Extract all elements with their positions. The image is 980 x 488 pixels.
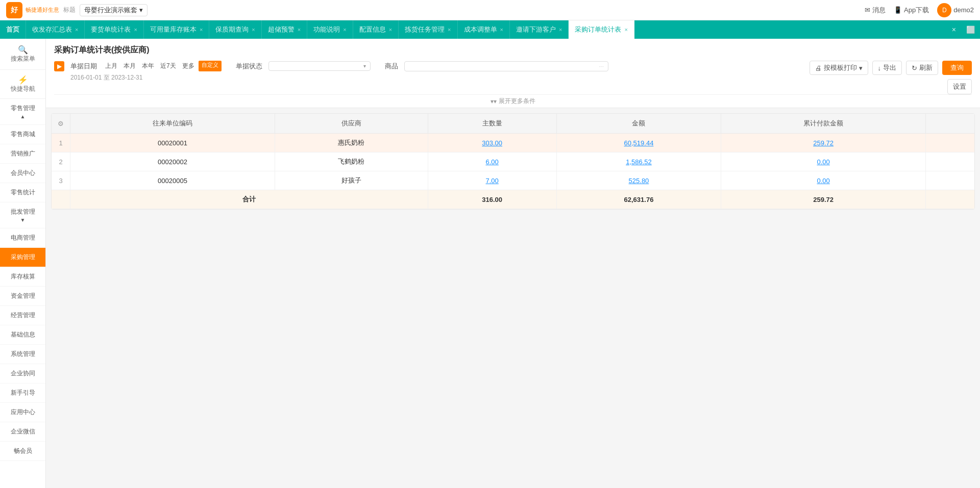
sidebar-item-enterprise-collab[interactable]: 企业协同: [0, 364, 45, 383]
sidebar-item-basic-info[interactable]: 基础信息: [0, 325, 45, 345]
row-amount-link-1[interactable]: 60,519.44: [624, 139, 654, 147]
refresh-button[interactable]: ↻ 刷新: [906, 61, 938, 75]
tab-function-desc-label: 功能说明: [313, 25, 340, 34]
sidebar-item-enterprise-wechat[interactable]: 企业微信: [0, 422, 45, 442]
th-code: 往来单位编码: [70, 114, 275, 134]
top-bar-left: 好 畅捷通好生意 标题 母婴行业演示账套 ▾: [6, 2, 148, 18]
avatar-initials: D: [942, 7, 947, 14]
goods-filter-input[interactable]: ···: [404, 61, 608, 71]
sidebar-item-purchase-mgmt[interactable]: 采购管理: [0, 248, 45, 267]
top-bar-right: ✉ 消息 📱 App下载 D demo2: [865, 3, 974, 17]
row-qty-link-3[interactable]: 7.00: [486, 177, 499, 185]
th-amount: 金额: [556, 114, 721, 134]
row-amount-link-2[interactable]: 1,586.52: [626, 158, 652, 166]
sidebar-item-retail-stats[interactable]: 零售统计: [0, 183, 45, 202]
sidebar-item-wholesale-mgmt[interactable]: 批发管理 ▼: [0, 202, 45, 228]
message-button[interactable]: ✉ 消息: [865, 6, 886, 15]
settings-button[interactable]: 设置: [947, 79, 972, 94]
tab-overstock-warning[interactable]: 超储预警 ×: [262, 20, 307, 39]
column-settings-icon[interactable]: ⚙: [58, 120, 64, 127]
page-title: 采购订单统计表(按供应商): [54, 45, 972, 56]
tab-config-info-close[interactable]: ×: [389, 27, 392, 33]
date-custom-badge[interactable]: 自定义: [199, 61, 222, 71]
sidebar-item-stock-check[interactable]: 库存核算: [0, 267, 45, 287]
row-qty-link-2[interactable]: 6.00: [486, 158, 499, 166]
tab-cost-adjust[interactable]: 成本调整单 ×: [458, 20, 510, 39]
tab-close-all-button[interactable]: ×: [947, 20, 961, 39]
tab-config-info[interactable]: 配置信息 ×: [353, 20, 399, 39]
tab-invite-downstream-close[interactable]: ×: [559, 27, 562, 33]
tab-function-desc-close[interactable]: ×: [343, 27, 346, 33]
sidebar-item-system-mgmt[interactable]: 系统管理: [0, 345, 45, 364]
row-paid-link-3[interactable]: 0.00: [817, 177, 829, 185]
date-btn-more[interactable]: 更多: [180, 61, 197, 71]
status-select-arrow-icon: ▾: [363, 63, 366, 69]
sidebar-item-free-member[interactable]: 畅会员: [0, 442, 45, 461]
tab-picking-task[interactable]: 拣货任务管理 ×: [399, 20, 457, 39]
row-num-1: 1: [52, 134, 70, 152]
sidebar-item-finance-mgmt[interactable]: 资金管理: [0, 287, 45, 306]
date-btn-this-year[interactable]: 本年: [140, 61, 156, 71]
date-btn-this-month[interactable]: 本月: [121, 61, 138, 71]
row-qty-link-1[interactable]: 303.00: [482, 139, 502, 147]
username-label: demo2: [953, 6, 974, 14]
tab-invite-downstream[interactable]: 邀请下游客户 ×: [510, 20, 569, 39]
tab-available-stock-close[interactable]: ×: [200, 27, 203, 33]
row-supplier-2: 飞鹤奶粉: [275, 152, 428, 171]
ecommerce-mgmt-label: 电商管理: [11, 234, 35, 242]
expand-more-button[interactable]: ▾▾ 展开更多条件: [491, 97, 535, 106]
workspace-arrow-icon: ▾: [139, 6, 143, 14]
tab-picking-task-close[interactable]: ×: [448, 27, 451, 33]
filter-toggle-button[interactable]: ▶: [54, 61, 64, 71]
sidebar: 🔍 搜索菜单 ⚡ 快捷导航 零售管理 ▲ 零售商城 营销推广 会员中心 零售统计: [0, 39, 46, 488]
row-paid-link-1[interactable]: 259.72: [813, 139, 834, 147]
app-download-button[interactable]: 📱 App下载: [894, 6, 929, 15]
tab-overstock-warning-label: 超储预警: [268, 25, 295, 34]
sidebar-item-ecommerce-mgmt[interactable]: 电商管理: [0, 228, 45, 248]
tab-cost-adjust-label: 成本调整单: [464, 25, 497, 34]
date-btn-7days[interactable]: 近7天: [158, 61, 178, 71]
tab-home[interactable]: 首页: [0, 20, 26, 39]
sidebar-item-app-center[interactable]: 应用中心: [0, 403, 45, 422]
workspace-selector[interactable]: 母婴行业演示账套 ▾: [80, 4, 148, 16]
tab-invite-downstream-label: 邀请下游客户: [516, 25, 556, 34]
row-paid-2: 0.00: [721, 152, 926, 171]
tab-purchase-stats[interactable]: 采购订单统计表 ×: [569, 20, 634, 39]
print-button[interactable]: 🖨 按模板打印 ▾: [810, 61, 868, 75]
sidebar-item-new-guide[interactable]: 新手引导: [0, 383, 45, 403]
search-menu-button[interactable]: 🔍 搜索菜单: [3, 43, 42, 65]
row-paid-link-2[interactable]: 0.00: [817, 158, 829, 166]
tab-maximize-button[interactable]: ⬜: [961, 20, 980, 39]
query-button[interactable]: 查询: [942, 61, 972, 75]
footer-quantity: 316.00: [428, 190, 556, 209]
tab-available-stock[interactable]: 可用量库存账本 ×: [144, 20, 209, 39]
tab-quality-check[interactable]: 保质期查询 ×: [209, 20, 261, 39]
sidebar-item-retail-mgmt[interactable]: 零售管理 ▲: [0, 99, 45, 125]
table-row: 1 00020001 惠氏奶粉 303.00 60,519.44 259.72: [52, 134, 974, 152]
tab-receive-summary[interactable]: 收发存汇总表 ×: [26, 20, 85, 39]
row-amount-link-3[interactable]: 525.80: [629, 177, 649, 185]
export-button[interactable]: ↓ 导出: [872, 61, 902, 75]
tab-purchase-stats-close[interactable]: ×: [624, 27, 627, 33]
date-btn-last-month[interactable]: 上月: [103, 61, 119, 71]
tab-available-stock-label: 可用量库存账本: [150, 25, 197, 34]
sidebar-item-marketing[interactable]: 营销推广: [0, 144, 45, 164]
quick-nav-button[interactable]: ⚡ 快捷导航: [0, 72, 45, 96]
sidebar-item-operations-mgmt[interactable]: 经营管理: [0, 306, 45, 325]
tab-cost-adjust-close[interactable]: ×: [500, 27, 503, 33]
retail-mall-label: 零售商城: [11, 130, 35, 139]
tab-overstock-warning-close[interactable]: ×: [298, 27, 301, 33]
row-qty-2: 6.00: [428, 152, 556, 171]
status-filter-select[interactable]: ▾: [268, 61, 371, 71]
sidebar-item-retail-mall[interactable]: 零售商城: [0, 125, 45, 144]
stock-check-label: 库存核算: [11, 272, 35, 281]
sidebar-item-member-center[interactable]: 会员中心: [0, 164, 45, 183]
tab-purchase-stats-label: 采购订单统计表: [575, 25, 621, 34]
tab-goods-stats-close[interactable]: ×: [134, 27, 137, 33]
table-row: 2 00020002 飞鹤奶粉 6.00 1,586.52 0.00: [52, 152, 974, 171]
tab-function-desc[interactable]: 功能说明 ×: [307, 20, 353, 39]
user-profile[interactable]: D demo2: [937, 3, 974, 17]
tab-quality-check-close[interactable]: ×: [252, 27, 255, 33]
tab-receive-summary-close[interactable]: ×: [75, 27, 78, 33]
tab-goods-stats[interactable]: 要货单统计表 ×: [85, 20, 143, 39]
